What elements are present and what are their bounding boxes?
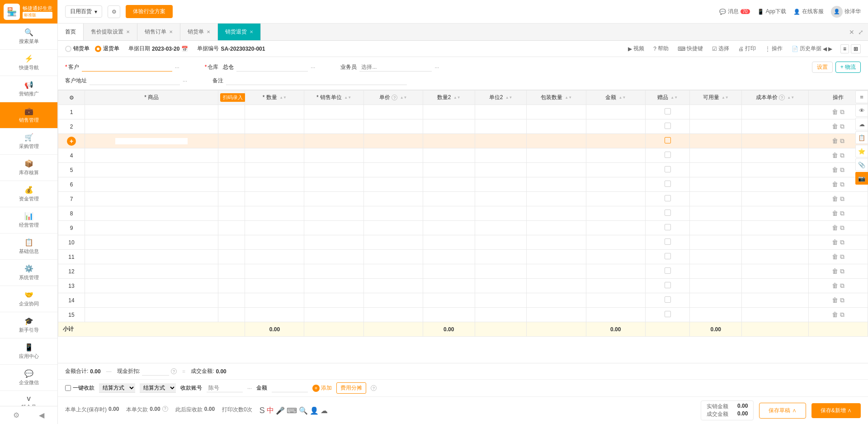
gift-cell[interactable] bbox=[645, 134, 689, 148]
data-cell[interactable] bbox=[527, 293, 586, 308]
warehouse-more-btn[interactable]: ··· bbox=[311, 64, 315, 71]
data-cell[interactable] bbox=[363, 177, 423, 192]
avail-cell[interactable] bbox=[690, 119, 742, 134]
avail-cell[interactable] bbox=[690, 279, 742, 293]
print-btn[interactable]: 🖨 打印 bbox=[736, 43, 759, 54]
qty2-sort-icon[interactable]: ▲▼ bbox=[453, 96, 461, 100]
calendar-icon[interactable]: 📅 bbox=[181, 46, 188, 52]
gift-cell[interactable] bbox=[645, 279, 689, 293]
copy-row-btn[interactable]: ⧉ bbox=[839, 165, 845, 175]
gift-checkbox[interactable] bbox=[665, 123, 671, 129]
goods-cell[interactable] bbox=[85, 250, 218, 264]
data-cell[interactable] bbox=[423, 177, 475, 192]
tab-return-close[interactable]: ✕ bbox=[250, 29, 253, 34]
sidebar-item-purchase[interactable]: 🛒 采购管理 bbox=[0, 129, 57, 155]
sidebar-settings-btn[interactable]: ⚙ bbox=[12, 410, 20, 420]
doc-date-value[interactable]: 2023-03-20 bbox=[152, 46, 179, 52]
data-cell[interactable] bbox=[363, 264, 423, 279]
price-info-icon[interactable]: ? bbox=[392, 95, 397, 100]
float-btn-2[interactable]: 👁 bbox=[855, 104, 868, 117]
history-next-icon[interactable]: ▶ bbox=[828, 46, 832, 52]
avail-cell[interactable] bbox=[690, 221, 742, 235]
data-cell[interactable] bbox=[245, 264, 304, 279]
goods-cell[interactable] bbox=[85, 163, 218, 177]
avail-cell[interactable] bbox=[690, 148, 742, 163]
data-cell[interactable] bbox=[218, 177, 245, 192]
data-cell[interactable] bbox=[245, 134, 304, 148]
data-cell[interactable] bbox=[475, 206, 527, 221]
save-new-btn[interactable]: 保存&新增 ∧ bbox=[811, 403, 861, 418]
gift-checkbox[interactable] bbox=[665, 267, 671, 274]
data-cell[interactable] bbox=[586, 293, 645, 308]
data-cell[interactable] bbox=[586, 134, 645, 148]
video-btn[interactable]: ▶ 视频 bbox=[625, 43, 647, 54]
data-cell[interactable] bbox=[245, 206, 304, 221]
gift-checkbox[interactable] bbox=[665, 282, 671, 288]
save-draft-btn[interactable]: 保存草稿 ∧ bbox=[759, 403, 806, 419]
data-cell[interactable] bbox=[363, 206, 423, 221]
data-cell[interactable] bbox=[475, 163, 527, 177]
delete-row-btn[interactable]: 🗑 bbox=[831, 295, 839, 305]
sidebar-item-marketing[interactable]: 📢 营销推广 bbox=[0, 76, 57, 102]
data-cell[interactable] bbox=[218, 148, 245, 163]
address-more-btn[interactable]: ··· bbox=[183, 78, 187, 84]
sidebar-item-finance[interactable]: 💰 资金管理 bbox=[0, 181, 57, 207]
avail-cell[interactable] bbox=[690, 177, 742, 192]
gift-cell[interactable] bbox=[645, 163, 689, 177]
data-cell[interactable] bbox=[304, 235, 363, 250]
data-cell[interactable] bbox=[363, 250, 423, 264]
delete-row-btn[interactable]: 🗑 bbox=[831, 252, 839, 261]
data-cell[interactable] bbox=[218, 308, 245, 322]
delete-row-btn[interactable]: 🗑 bbox=[831, 267, 839, 276]
calc-method-select[interactable]: 结算方式 bbox=[140, 383, 176, 393]
gift-cell[interactable] bbox=[645, 192, 689, 206]
data-cell[interactable] bbox=[423, 119, 475, 134]
data-cell[interactable] bbox=[527, 250, 586, 264]
data-cell[interactable] bbox=[363, 293, 423, 308]
form-logistics-btn[interactable]: + 物流 bbox=[835, 62, 861, 73]
add-row-btn[interactable]: + 添加 bbox=[312, 384, 332, 392]
data-cell[interactable] bbox=[245, 250, 304, 264]
data-cell[interactable] bbox=[363, 163, 423, 177]
data-cell[interactable] bbox=[586, 235, 645, 250]
data-cell[interactable] bbox=[363, 192, 423, 206]
radio-return[interactable]: 退货单 bbox=[95, 45, 119, 52]
data-cell[interactable] bbox=[423, 221, 475, 235]
gift-cell[interactable] bbox=[645, 264, 689, 279]
user-profile[interactable]: 👤 徐泽华 bbox=[831, 6, 861, 18]
data-cell[interactable] bbox=[423, 308, 475, 322]
gift-checkbox[interactable] bbox=[665, 296, 671, 303]
copy-row-btn[interactable]: ⧉ bbox=[839, 136, 845, 146]
data-cell[interactable] bbox=[363, 148, 423, 163]
data-cell[interactable] bbox=[475, 264, 527, 279]
avail-cell[interactable] bbox=[690, 235, 742, 250]
data-cell[interactable] bbox=[245, 221, 304, 235]
avail-cell[interactable] bbox=[690, 264, 742, 279]
cost-info-icon[interactable]: ? bbox=[779, 95, 785, 100]
data-cell[interactable] bbox=[304, 192, 363, 206]
copy-row-btn[interactable]: ⧉ bbox=[839, 281, 845, 291]
copy-row-btn[interactable]: ⧉ bbox=[839, 252, 845, 262]
goods-cell[interactable] bbox=[85, 264, 218, 279]
discount-info-icon[interactable]: ? bbox=[171, 368, 177, 374]
address-input[interactable] bbox=[90, 76, 180, 85]
delete-row-btn[interactable]: 🗑 bbox=[831, 136, 839, 145]
delete-row-btn[interactable]: 🗑 bbox=[831, 194, 839, 203]
copy-row-btn[interactable]: ⧉ bbox=[839, 209, 845, 218]
cost-cell[interactable] bbox=[742, 279, 809, 293]
data-cell[interactable] bbox=[475, 148, 527, 163]
sidebar-item-search[interactable]: 🔍 搜索菜单 bbox=[0, 24, 57, 50]
cost-cell[interactable] bbox=[742, 105, 809, 119]
discount-input[interactable] bbox=[142, 367, 169, 376]
gift-checkbox[interactable] bbox=[665, 152, 671, 158]
data-cell[interactable] bbox=[363, 221, 423, 235]
sidebar-item-wechat[interactable]: 💬 企业微信 bbox=[0, 365, 57, 391]
customer-input[interactable] bbox=[82, 63, 172, 71]
data-cell[interactable] bbox=[245, 192, 304, 206]
goods-cell[interactable] bbox=[85, 293, 218, 308]
cost-cell[interactable] bbox=[742, 264, 809, 279]
data-cell[interactable] bbox=[218, 221, 245, 235]
cost-cell[interactable] bbox=[742, 134, 809, 148]
data-cell[interactable] bbox=[423, 134, 475, 148]
data-cell[interactable] bbox=[527, 134, 586, 148]
